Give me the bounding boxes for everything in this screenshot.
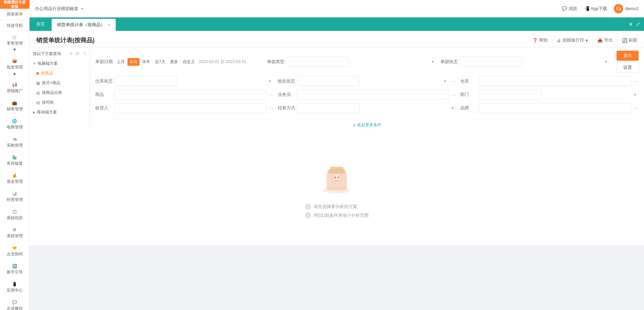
scheme-item-month-goods[interactable]: ▦ 按月+商品 [30,78,90,88]
print-btn[interactable]: 🖨 按模板打印 ▾ [557,37,588,43]
driver-icon: ▤ [36,100,40,105]
sidebar-item-corp[interactable]: 🤝 企业协同 [0,242,29,260]
query-btn[interactable]: 查询 [616,51,639,61]
help-btn[interactable]: ❓ 帮助 [532,37,548,43]
sidebar-item-sales[interactable]: 💼 销售管理 [0,97,29,115]
topbar-dropdown-icon[interactable]: ▾ [81,6,83,11]
sidebar-item-inventory[interactable]: 🏪 库存核算 [0,152,29,170]
sidebar-item-guide[interactable]: 🆕 新手引导 [0,260,29,278]
warehouse-label: 仓库 [460,78,477,84]
calendar-icon: ▦ [36,81,40,86]
scheme-add-icon[interactable]: ＋ [69,51,73,57]
goods-input[interactable] [114,90,266,100]
receiver-field: 收货人 ··· [95,103,274,113]
action-buttons-col: 查询 设置 [616,51,639,73]
corp-icon: 🤝 [12,246,17,250]
svg-point-6 [337,176,339,178]
sales-icon: 💼 [12,101,17,105]
settle-select-wrap: ▾ [297,103,456,113]
page-header: 销货单统计表(按商品) ❓ 帮助 | 🖨 按模板打印 ▾ | 📤 [30,31,644,47]
brand-ellipsis[interactable]: ··· [635,105,639,111]
sidebar-quicknav[interactable]: 快捷导航 [0,20,29,32]
message-icon: 💬 [562,6,567,11]
bill-status-label: 单据状态 [440,59,458,65]
scheme-item-goods-category[interactable]: ▤ 按商品分类 [30,88,90,98]
sidebar-item-weixin[interactable]: 💬 企业微信 [0,297,29,310]
date-more[interactable]: 更多 [168,58,180,66]
scheme-settings-icon[interactable]: ⊙ [75,51,79,57]
bill-type-input[interactable]: 销货单 [286,57,349,67]
sidebar-item-operations[interactable]: 📊 经营管理 [0,188,29,206]
filter-row-3: 商品 ··· 业务员 ··· 部门 [95,90,639,100]
sidebar-item-purchase[interactable]: 🛍 采购管理 [0,134,29,152]
sidebar-item-marketing[interactable]: 📢 营销推广 [0,79,29,97]
date-7days[interactable]: 近7天 [153,58,167,66]
scheme-item-driver[interactable]: ▤ 按司机 [30,98,90,107]
stock-input[interactable]: 已出库 [115,76,177,86]
salesman-label: 业务员 [278,92,294,98]
tab-close-btn[interactable]: × [108,22,110,28]
sidebar-item-wholesale[interactable]: 📦 批发管理 ▲ [0,55,29,79]
setting-btn[interactable]: 设置 [616,62,639,73]
dept-label: 部门 [460,92,477,98]
filter-row-1: 单据日期 上月 本月 本年 近7天 更多 自定义 2023-03-01 至 20… [95,51,639,73]
sidebar-search[interactable]: 搜索菜单 [0,9,29,20]
filter-form: 单据日期 上月 本月 本年 近7天 更多 自定义 2023-03-01 至 20… [90,47,644,120]
sidebar-item-ecommerce[interactable]: 🌐 电商管理 [0,115,29,134]
main-area: 办公用品行业模拟账套 ▾ 💬 消息 📲 App下载 Ea demo2 首页 销货… [30,0,644,310]
maximize-icon[interactable]: ⤢ [636,21,640,28]
scheme-group-label: 电脑端方案 [38,61,58,66]
salesman-input[interactable] [297,90,449,100]
filter-area: 按以下方案查询 ＋ ⊙ 《 ▼ 电脑端方案 [30,47,644,130]
refresh-btn[interactable]: 🔄 刷新 [622,37,637,43]
topbar-message-btn[interactable]: 💬 消息 [562,6,577,12]
brand-input[interactable] [479,103,631,113]
sidebar-logo: 畅捷通好生意 标版 [0,0,30,9]
tip-text-1: 请先选择要分析的方案 [314,204,357,210]
date-last-month[interactable]: 上月 [115,58,127,66]
settle-input[interactable] [297,103,360,113]
tab-maximize-area: ✕ ⤢ [629,21,640,28]
marketing-icon: 📢 [12,83,17,87]
sidebar-item-basics[interactable]: 📋 基础信息 [0,206,29,224]
topbar-user-btn[interactable]: Ea demo2 [614,4,639,13]
sidebar-item-retail[interactable]: 🛒 零售管理 ▼ [0,32,29,55]
sidebar-item-finance[interactable]: 💰 资金管理 [0,170,29,188]
date-custom[interactable]: 自定义 [181,58,197,66]
topbar-app-btn[interactable]: 📲 App下载 [584,6,607,12]
goods-ellipsis[interactable]: ··· [270,92,274,97]
export-btn[interactable]: 📤 导出 [597,37,613,43]
payment-input[interactable] [297,76,360,86]
date-this-month[interactable]: 本月 [127,58,140,66]
date-this-year[interactable]: 本年 [140,58,152,66]
warehouse-input[interactable] [479,76,631,86]
collapse-up-icon: ∧ [353,123,356,127]
print-dropdown-icon[interactable]: ▾ [586,38,588,43]
scheme-group-pc-header[interactable]: ▼ 电脑端方案 [30,59,90,68]
scheme-collapse-icon[interactable]: 《 [82,51,86,57]
topbar: 办公用品行业模拟账套 ▾ 💬 消息 📲 App下载 Ea demo2 [30,0,644,17]
collapse-bar[interactable]: ∧ 收起更多条件 [90,120,644,130]
scheme-item-by-goods[interactable]: 按商品 [30,68,90,78]
tab-home[interactable]: 首页 [30,17,52,31]
receiver-ellipsis[interactable]: ··· [270,105,274,111]
scheme-group-mobile-header[interactable]: ▶ 移动端方案 [30,107,90,117]
sidebar-item-appcenter[interactable]: 📱 应用中心 [0,278,29,297]
retail-arrow-icon: ▼ [13,47,17,52]
bill-type-chevron-icon: ▾ [432,59,434,64]
sidebar-item-system[interactable]: ⚙ 系统管理 [0,224,29,242]
salesman-ellipsis[interactable]: ··· [452,92,456,97]
content-area: 销货单统计表(按商品) ❓ 帮助 | 🖨 按模板打印 ▾ | 📤 [30,31,644,310]
empty-tips: 1 请先选择要分析的方案 2 用[过滤]条件来缩小分析范围 [305,204,368,218]
close-tab-icon[interactable]: ✕ [629,21,633,28]
dept-input[interactable] [479,90,541,100]
bill-status-input[interactable]: 已生效 [460,57,522,67]
scheme-item-label: 按商品 [41,70,53,76]
scheme-item-label: 按司机 [42,100,54,105]
filter-row-2: 出库状态 已出库 ▾ 收款状态 ▾ [95,76,639,86]
receiver-input[interactable] [114,103,266,113]
warehouse-ellipsis[interactable]: ··· [635,79,639,84]
payment-ellipsis[interactable]: ··· [452,79,456,84]
refresh-icon: 🔄 [622,38,627,43]
finance-icon: 💰 [12,173,17,178]
